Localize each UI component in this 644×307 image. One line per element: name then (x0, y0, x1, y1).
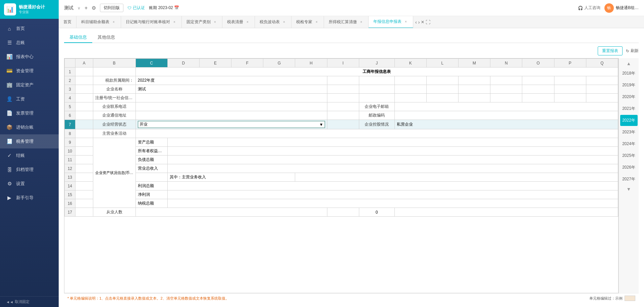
cell-17-i[interactable] (327, 208, 359, 217)
col-header-c[interactable]: C (136, 59, 167, 68)
cell-7-b[interactable]: 企业经营状态 (93, 120, 136, 129)
cell-15-d[interactable] (167, 190, 618, 199)
row-header-16[interactable]: 16 (65, 199, 75, 208)
cell-2-l[interactable] (426, 76, 458, 85)
cell-14-d[interactable] (167, 182, 618, 190)
col-header-n[interactable]: N (490, 59, 522, 68)
year-item-2027[interactable]: 2027年 (620, 174, 638, 185)
row-header-14[interactable]: 14 (65, 182, 75, 190)
row-header-6[interactable]: 6 (65, 111, 75, 120)
cell-4-m[interactable] (458, 94, 490, 102)
year-item-2026[interactable]: 2026年 (620, 162, 638, 173)
row-header-8[interactable]: 8 (65, 129, 75, 138)
cell-2-j[interactable] (359, 76, 394, 85)
tab-close-icon[interactable]: × (282, 20, 286, 25)
tab-next-icon[interactable]: › (418, 19, 420, 25)
refresh-button[interactable]: ↻ 刷新 (626, 48, 639, 54)
year-item-2025[interactable]: 2025年 (620, 150, 638, 161)
sub-tab-basic[interactable]: 基础信息 (64, 32, 92, 43)
cell-14-a[interactable] (75, 182, 93, 190)
cell-4-c[interactable] (136, 94, 327, 102)
cell-10-a[interactable] (75, 147, 93, 156)
year-scroll-down-icon[interactable]: ▼ (625, 185, 633, 193)
cell-17-k[interactable] (394, 208, 618, 217)
cell-11-a[interactable] (75, 156, 93, 164)
cell-7-a[interactable] (75, 120, 93, 129)
cell-3-p[interactable] (554, 85, 586, 94)
col-header-d[interactable]: D (167, 59, 199, 68)
row-header-1[interactable]: 1 (65, 68, 75, 76)
cell-2-q[interactable] (586, 76, 618, 85)
cell-4-p[interactable] (554, 94, 586, 102)
cell-2-m[interactable] (458, 76, 490, 85)
tab-fixed-cat[interactable]: 固定资产类别 × (182, 16, 222, 28)
tab-tax-wave[interactable]: 税负波动表 × (255, 16, 291, 28)
sidebar-item-tax[interactable]: 🧾 税务管理 (0, 134, 59, 148)
cell-4-b[interactable]: 注册号/统一社会信用代码 (93, 94, 136, 102)
sidebar-item-settings[interactable]: ⚙ 设置 (0, 177, 59, 191)
cell-4-k[interactable] (394, 94, 426, 102)
year-item-2021[interactable]: 2021年 (620, 103, 638, 114)
cell-5-b[interactable]: 企业联系电话 (93, 102, 136, 111)
cell-5-k[interactable] (394, 102, 618, 111)
cell-2-i[interactable] (327, 76, 359, 85)
col-header-j[interactable]: J (359, 59, 394, 68)
row-header-7[interactable]: 7 (65, 120, 75, 129)
cell-3-n[interactable] (490, 85, 522, 94)
year-item-2020[interactable]: 2020年 (620, 91, 638, 102)
cell-9-d[interactable] (167, 138, 618, 147)
expand-icon[interactable]: ⛶ (426, 19, 430, 25)
cell-13-d[interactable]: 其中：主营业务收入 (167, 173, 295, 182)
sidebar-item-invoice[interactable]: 📄 发票管理 (0, 106, 59, 120)
cell-4-l[interactable] (426, 94, 458, 102)
sidebar-item-reports[interactable]: 📊 报表中心 (0, 50, 59, 64)
row-header-5[interactable]: 5 (65, 102, 75, 111)
col-header-p[interactable]: P (554, 59, 586, 68)
sidebar-item-salary[interactable]: 👤 工资 (0, 92, 59, 106)
cell-6-a[interactable] (75, 111, 93, 120)
cell-6-i[interactable] (327, 111, 359, 120)
year-item-2023[interactable]: 2023年 (620, 127, 638, 138)
tab-close-icon[interactable]: × (359, 20, 364, 25)
tab-close-icon[interactable]: × (111, 20, 116, 25)
cell-17-a[interactable] (75, 208, 93, 217)
cell-4-i[interactable] (327, 94, 359, 102)
calendar-icon[interactable]: 📅 (174, 5, 179, 10)
col-header-o[interactable]: O (522, 59, 554, 68)
sidebar-item-ledger[interactable]: ☰ 总账 (0, 36, 59, 50)
tab-aux[interactable]: 科目辅助余额表 × (76, 16, 121, 28)
tab-tax-list[interactable]: 税表清册 × (222, 16, 255, 28)
cell-17-c[interactable] (136, 208, 327, 217)
row-header-13[interactable]: 13 (65, 173, 75, 182)
cell-2-a[interactable] (75, 76, 93, 85)
cell-3-b[interactable]: 企业名称 (93, 85, 136, 94)
cell-2-o[interactable] (522, 76, 554, 85)
cell-2-p[interactable] (554, 76, 586, 85)
cell-5-c[interactable] (136, 102, 327, 111)
cell-1-title[interactable]: 工商年报信息表 (136, 68, 618, 76)
cell-17-j[interactable]: 0 (359, 208, 394, 217)
cell-6-k[interactable] (394, 111, 618, 120)
sidebar-item-home[interactable]: ⌂ 首页 (0, 21, 59, 36)
cell-3-l[interactable] (426, 85, 458, 94)
col-header-i[interactable]: I (327, 59, 359, 68)
add-tab-button[interactable]: + (85, 5, 88, 11)
cell-15-c[interactable]: 净利润 (136, 190, 167, 199)
cell-12-d[interactable] (167, 164, 618, 173)
row-header-2[interactable]: 2 (65, 76, 75, 85)
cell-4-a[interactable] (75, 94, 93, 102)
cell-3-j[interactable] (359, 85, 394, 94)
tab-annual[interactable]: 年报信息申报表 × (369, 16, 413, 28)
row-header-12[interactable]: 12 (65, 164, 75, 173)
cell-10-c[interactable]: 所有者权益合计 (136, 147, 167, 156)
sidebar-item-archive[interactable]: 🗄 归档管理 (0, 163, 59, 177)
cell-15-a[interactable] (75, 190, 93, 199)
dropdown-chevron-icon[interactable]: ∨ (77, 6, 80, 10)
cell-2-c[interactable]: 2022年度 (136, 76, 327, 85)
cell-13-c[interactable] (136, 173, 167, 182)
cell-5-i[interactable] (327, 102, 359, 111)
tab-close-all-icon[interactable]: × (421, 19, 424, 25)
cell-1-b[interactable] (93, 68, 136, 76)
cell-3-m[interactable] (458, 85, 490, 94)
row-header-17[interactable]: 17 (65, 208, 75, 217)
